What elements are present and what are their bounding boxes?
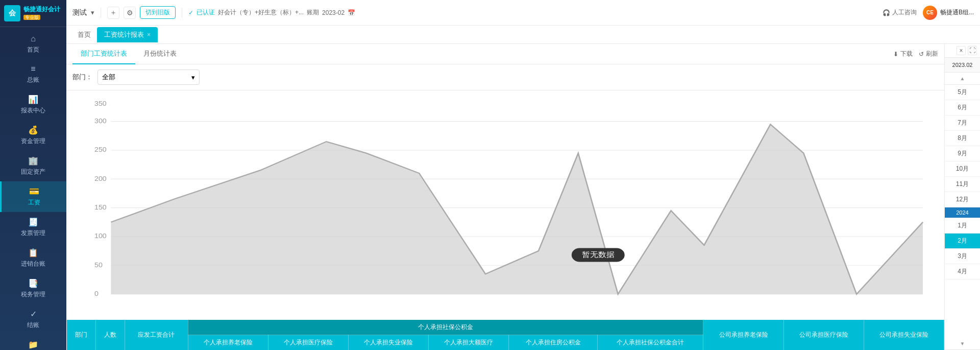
panel-expand-btn[interactable]: ⛶ — [968, 46, 977, 55]
filter-bar: 部门： 全部 ▾ — [66, 64, 944, 90]
download-btn[interactable]: ⬇ 下载 — [893, 50, 913, 58]
sidebar-item-settle[interactable]: ✓ 结账 — [0, 304, 66, 335]
nav-icon-salary: 💳 — [29, 186, 39, 196]
sidebar-item-salary[interactable]: 💳 工资 — [0, 181, 66, 212]
chart-svg: 0 50 100 150 200 250 300 350 — [75, 96, 936, 314]
panel-close-btn[interactable]: × — [957, 46, 966, 55]
panel-controls: × ⛶ — [945, 44, 980, 58]
content-area: 首页 工资统计报表 × 部门工资统计表 月份统计表 — [66, 26, 980, 350]
month-5[interactable]: 5月 — [945, 85, 980, 100]
th-personal-group: 个人承担社保公积金 — [188, 320, 703, 335]
sidebar-item-invoice[interactable]: 🧾 发票管理 — [0, 212, 66, 243]
month-2024-2[interactable]: 2月 — [945, 234, 980, 249]
month-8[interactable]: 8月 — [945, 131, 980, 146]
dept-value: 全部 — [102, 73, 115, 82]
sidebar-item-home[interactable]: ⌂ 首页 — [0, 29, 66, 59]
nav-icon-settle: ✓ — [28, 309, 38, 319]
th-personal-total: 个人承担社保公积金合计 — [598, 335, 703, 351]
month-2024-3[interactable]: 3月 — [945, 249, 980, 264]
topbar-settings-btn[interactable]: ⚙ — [124, 7, 136, 19]
svg-text:350: 350 — [94, 100, 107, 107]
sidebar-item-reports[interactable]: 📊 报表中心 — [0, 89, 66, 120]
topbar-dropdown-arrow[interactable]: ▾ — [91, 9, 94, 16]
sidebar-item-funds[interactable]: 💰 资金管理 — [0, 120, 66, 151]
nav-label-sales: 进销台账 — [21, 260, 45, 268]
right-date-panel: × ⛶ 2023.02 ▲ 5月 6月 7月 8月 9月 10月 11月 12月 — [944, 44, 980, 350]
sidebar-item-ledger[interactable]: ≡ 总账 — [0, 59, 66, 89]
month-6[interactable]: 6月 — [945, 100, 980, 115]
nav-label-ledger: 总账 — [27, 76, 39, 84]
refresh-btn[interactable]: ↺ 刷新 — [919, 50, 938, 58]
headset-icon: 🎧 — [883, 9, 890, 16]
month-12[interactable]: 12月 — [945, 192, 980, 207]
sub-tabs: 部门工资统计表 月份统计表 — [72, 44, 185, 64]
main-area: 测试 ▾ ＋ ⚙ 切到旧版 ✓ 已认证 好会计（专）+好生意（标）+... 账期… — [66, 0, 980, 350]
table-area: 部门 人数 应发工资合计 个人承担社保公积金 公司承担养老保险 公司承担医疗保险… — [66, 319, 944, 350]
logo-text: 畅捷通好会计 专业版 — [23, 6, 60, 21]
dept-select[interactable]: 全部 ▾ — [97, 69, 200, 85]
date-nav-up[interactable]: ▲ — [958, 75, 967, 82]
date-panel-nav-down: ▼ — [945, 338, 980, 350]
topbar: 测试 ▾ ＋ ⚙ 切到旧版 ✓ 已认证 好会计（专）+好生意（标）+... 账期… — [66, 0, 980, 26]
tab-salary-report[interactable]: 工资统计报表 × — [97, 27, 158, 42]
svg-text:暂无数据: 暂无数据 — [582, 251, 615, 259]
nav-icon-funds: 💰 — [28, 125, 38, 135]
date-panel-header: 2023.02 — [945, 58, 980, 73]
nav-label-home: 首页 — [27, 45, 39, 54]
month-9[interactable]: 9月 — [945, 146, 980, 161]
filter-label: 部门： — [72, 73, 92, 82]
refresh-icon: ↺ — [919, 51, 924, 58]
nav-icon-assets: 🏢 — [28, 156, 38, 166]
nav-label-salary: 工资 — [28, 198, 40, 207]
sub-tab-monthly[interactable]: 月份统计表 — [135, 44, 185, 64]
th-personal-unemployment: 个人承担失业保险 — [349, 335, 429, 351]
topbar-badges: ✓ 已认证 好会计（专）+好生意（标）+... 账期 2023-02 📅 — [188, 8, 355, 17]
month-2024-4[interactable]: 4月 — [945, 264, 980, 279]
topbar-switch-btn[interactable]: 切到旧版 — [140, 6, 176, 19]
sidebar-item-archive[interactable]: 📁 归档管理 — [0, 335, 66, 350]
service-btn[interactable]: 🎧 人工咨询 — [883, 8, 917, 17]
th-personal-housing-fund: 个人承担住房公积金 — [509, 335, 598, 351]
date-nav-down[interactable]: ▼ — [958, 340, 967, 347]
sidebar-item-sales[interactable]: 📋 进销台账 — [0, 243, 66, 273]
user-menu[interactable]: CE 畅捷通B组... — [923, 6, 974, 20]
calendar-icon[interactable]: 📅 — [348, 9, 355, 16]
period-label: 账期 — [307, 8, 319, 17]
tab-home[interactable]: 首页 — [72, 27, 96, 42]
month-10[interactable]: 10月 — [945, 161, 980, 177]
month-2024-1[interactable]: 1月 — [945, 218, 980, 234]
topbar-add-btn[interactable]: ＋ — [107, 7, 119, 19]
badges-text: 好会计（专）+好生意（标）+... — [218, 8, 304, 17]
verified-icon: ✓ — [188, 9, 193, 16]
th-company-pension: 公司承担养老保险 — [703, 320, 783, 351]
nav-label-tax: 税务管理 — [21, 290, 45, 299]
nav-label-funds: 资金管理 — [21, 137, 45, 146]
sidebar-item-tax[interactable]: 📑 税务管理 — [0, 273, 66, 304]
th-total-salary: 应发工资合计 — [125, 320, 188, 351]
topbar-right: 🎧 人工咨询 CE 畅捷通B组... — [883, 6, 974, 20]
sub-tab-actions: ⬇ 下载 ↺ 刷新 — [893, 50, 938, 58]
nav-label-invoice: 发票管理 — [21, 229, 45, 238]
svg-text:150: 150 — [94, 204, 107, 211]
svg-text:50: 50 — [94, 262, 103, 269]
year-2024-label: 2024 — [945, 207, 980, 218]
th-dept: 部门 — [67, 320, 96, 351]
svg-text:300: 300 — [94, 118, 107, 125]
th-company-unemployment: 公司承担失业保险 — [864, 320, 944, 351]
month-7[interactable]: 7月 — [945, 115, 980, 131]
verified-label: 已认证 — [197, 8, 215, 17]
month-11[interactable]: 11月 — [945, 177, 980, 192]
th-personal-medical: 个人承担医疗保险 — [268, 335, 348, 351]
sidebar-item-assets[interactable]: 🏢 固定资产 — [0, 151, 66, 181]
tabbar: 首页 工资统计报表 × — [66, 26, 980, 44]
svg-text:250: 250 — [94, 146, 107, 153]
tab-close-btn[interactable]: × — [147, 31, 151, 38]
date-panel-nav: ▲ — [945, 73, 980, 85]
sidebar: 会 畅捷通好会计 专业版 ⌂ 首页 ≡ 总账 📊 报表中心 💰 资金管理 🏢 固… — [0, 0, 66, 350]
nav-icon-home: ⌂ — [28, 34, 38, 43]
sub-tab-dept[interactable]: 部门工资统计表 — [72, 44, 135, 64]
select-arrow-icon: ▾ — [191, 74, 195, 81]
chart-container: 0 50 100 150 200 250 300 350 — [75, 96, 936, 314]
topbar-divider2 — [182, 8, 182, 18]
topbar-title: 测试 — [72, 8, 87, 17]
